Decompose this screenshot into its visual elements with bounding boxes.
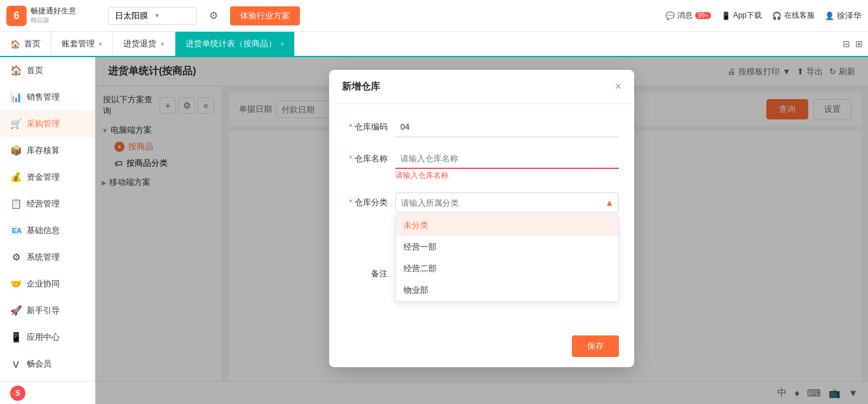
tab-returns[interactable]: 进货退货 ×	[113, 32, 175, 56]
sidebar-item-member[interactable]: V 畅会员	[0, 351, 95, 377]
sales-icon: 📊	[10, 91, 22, 103]
tab-accounts[interactable]: 账套管理 ×	[51, 32, 113, 56]
sidebar-item-finance[interactable]: 💰 资金管理	[0, 164, 95, 191]
warehouse-name-field: 请输入仓库名称	[395, 149, 619, 181]
logo-icon: 6	[6, 6, 27, 26]
finance-icon: 💰	[10, 172, 22, 183]
category-option-dept1[interactable]: 经营一部	[396, 236, 618, 258]
tab-minimize-icon[interactable]: ⊟	[843, 39, 850, 49]
warehouse-code-input[interactable]	[395, 117, 619, 137]
dialog-header: 新增仓库 ×	[329, 70, 634, 104]
new-warehouse-dialog: 新增仓库 × * 仓库编码	[329, 70, 634, 367]
app-download-item[interactable]: 📱 App下载	[721, 10, 762, 21]
sidebar-item-appstore[interactable]: 📱 应用中心	[0, 324, 95, 351]
bottom-logo: S	[10, 386, 25, 401]
logo-area: 6 畅捷通好生意 精品版	[6, 6, 102, 26]
operations-icon: 📋	[10, 198, 22, 210]
tab-expand-icon[interactable]: ⊞	[855, 39, 863, 49]
dialog-close-button[interactable]: ×	[614, 80, 621, 93]
logo-sub: 精品版	[31, 16, 76, 25]
tab-home-label: 首页	[24, 38, 41, 50]
service-item[interactable]: 🎧 在线客服	[772, 10, 815, 21]
sidebar-item-guide[interactable]: 🚀 新手引导	[0, 297, 95, 324]
store-name: 日太阳膜	[115, 10, 151, 22]
tab-bar: 🏠 首页 账套管理 × 进货退货 × 进货单统计表（按商品） × ⊟ ⊞	[0, 32, 868, 57]
top-bar: 6 畅捷通好生意 精品版 日太阳膜 ▼ ⚙ 体验行业方案 💬 消息 99+ 📱 …	[0, 0, 868, 32]
category-option-dept2[interactable]: 经营二部	[396, 258, 618, 279]
warehouse-category-input[interactable]	[395, 192, 619, 213]
home-icon: 🏠	[10, 39, 20, 49]
collab-icon: 🤝	[10, 278, 22, 290]
tab-stats[interactable]: 进货单统计表（按商品） ×	[175, 32, 295, 56]
warehouse-code-row: * 仓库编码	[344, 117, 619, 137]
dialog-title: 新增仓库	[342, 81, 380, 93]
tab-bar-actions: ⊟ ⊞	[837, 39, 868, 49]
sidebar-item-finance-label: 资金管理	[27, 172, 60, 183]
app-label: App下载	[733, 10, 762, 21]
category-toggle-button[interactable]: ▲	[605, 198, 614, 208]
appstore-icon: 📱	[10, 332, 22, 343]
warehouse-category-label: * 仓库分类	[344, 192, 395, 213]
logo-text: 畅捷通好生意	[31, 6, 76, 17]
service-label: 在线客服	[784, 10, 815, 21]
notification-item[interactable]: 💬 消息 99+	[665, 10, 710, 21]
sidebar-item-system-label: 系统管理	[27, 252, 60, 263]
user-item[interactable]: 👤 徐泽华	[825, 10, 862, 22]
system-icon: ⚙	[10, 252, 22, 263]
modal-overlay: 新增仓库 × * 仓库编码	[95, 57, 868, 404]
guide-icon: 🚀	[10, 305, 22, 316]
store-selector[interactable]: 日太阳膜 ▼	[108, 7, 197, 25]
warehouse-notes-label: 备注	[344, 264, 395, 284]
user-name: 徐泽华	[837, 10, 862, 22]
experience-button[interactable]: 体验行业方案	[230, 6, 300, 25]
sidebar-item-basic[interactable]: EA 基础信息	[0, 217, 95, 244]
sidebar-item-basic-label: 基础信息	[27, 225, 60, 236]
sidebar-item-collab[interactable]: 🤝 企业协同	[0, 271, 95, 297]
category-option-property[interactable]: 物业部	[396, 279, 618, 301]
sidebar-item-inventory[interactable]: 📦 库存核算	[0, 137, 95, 164]
sidebar-item-purchase-label: 采购管理	[27, 118, 60, 130]
notification-badge: 99+	[695, 12, 710, 19]
notification-label: 消息	[677, 10, 693, 21]
warehouse-name-input[interactable]	[395, 149, 619, 169]
settings-gear-icon[interactable]: ⚙	[203, 6, 224, 26]
sidebar-item-home-label: 首页	[27, 65, 43, 76]
sidebar-item-purchase[interactable]: 🛒 采购管理	[0, 111, 95, 137]
purchase-icon: 🛒	[10, 118, 22, 130]
member-icon: V	[10, 359, 22, 370]
sidebar-item-appstore-label: 应用中心	[27, 332, 60, 343]
dialog-footer: 保存	[329, 328, 634, 367]
sidebar-item-sales-label: 销售管理	[27, 91, 60, 103]
warehouse-name-error: 请输入仓库名称	[395, 170, 619, 181]
tab-stats-close[interactable]: ×	[280, 40, 284, 48]
content-area: 进货单统计(按商品) 🖨 按模板打印 ▼ ⬆ 导出 ↻ 刷新	[95, 57, 868, 404]
sidebar-item-member-label: 畅会员	[27, 358, 51, 370]
sidebar-item-sales[interactable]: 📊 销售管理	[0, 84, 95, 111]
save-button[interactable]: 保存	[572, 335, 619, 357]
warehouse-category-field: ▲ 未分类 经营一部 经营二部 物业部	[395, 192, 619, 213]
tab-returns-label: 进货退货	[123, 38, 156, 50]
warehouse-category-row: * 仓库分类 ▲ 未分类 经营一部 经	[344, 192, 619, 213]
tab-accounts-label: 账套管理	[62, 38, 95, 50]
tab-accounts-close[interactable]: ×	[98, 40, 102, 48]
tab-home[interactable]: 🏠 首页	[0, 32, 51, 56]
category-dropdown: 未分类 经营一部 经营二部 物业部	[395, 214, 619, 302]
store-dropdown-arrow: ▼	[154, 12, 190, 19]
category-option-unclassified[interactable]: 未分类	[396, 215, 618, 236]
top-right-area: 💬 消息 99+ 📱 App下载 🎧 在线客服 👤 徐泽华	[665, 10, 862, 22]
sidebar-item-inventory-label: 库存核算	[27, 145, 60, 156]
inventory-icon: 📦	[10, 145, 22, 156]
sidebar-item-system[interactable]: ⚙ 系统管理	[0, 244, 95, 271]
sidebar: 🏠 首页 📊 销售管理 🛒 采购管理 📦 库存核算 💰 资金管理 📋 经营管理 …	[0, 57, 95, 404]
home-nav-icon: 🏠	[10, 65, 22, 76]
sidebar-item-operations[interactable]: 📋 经营管理	[0, 191, 95, 217]
main-layout: 🏠 首页 📊 销售管理 🛒 采购管理 📦 库存核算 💰 资金管理 📋 经营管理 …	[0, 57, 868, 404]
sidebar-item-home[interactable]: 🏠 首页	[0, 57, 95, 84]
warehouse-name-row: * 仓库名称 请输入仓库名称	[344, 149, 619, 181]
dialog-body: * 仓库编码 * 仓库名称	[329, 104, 634, 328]
tab-returns-close[interactable]: ×	[160, 40, 164, 48]
phone-icon: 📱	[721, 11, 731, 20]
warehouse-name-label: * 仓库名称	[344, 149, 395, 169]
ea-icon: EA	[10, 226, 22, 236]
warehouse-code-label: * 仓库编码	[344, 117, 395, 137]
